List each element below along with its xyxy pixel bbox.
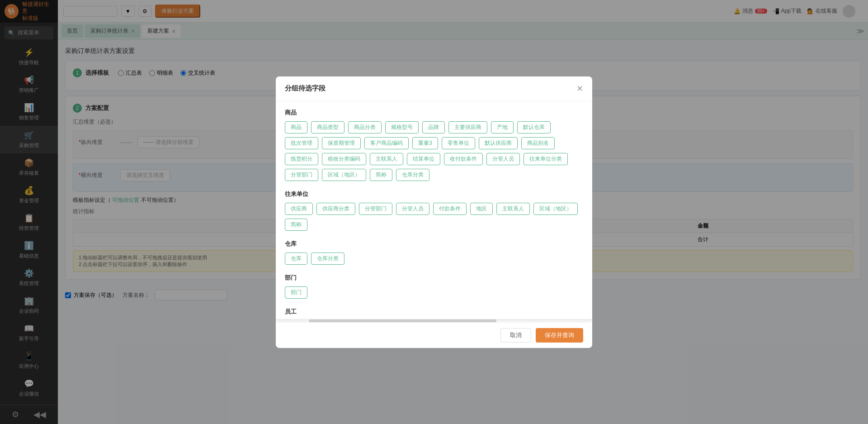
field-section-goods: 商品 商品商品类型商品分类规格型号品牌主要供应商产地默认仓库批次管理保质期管理客… bbox=[285, 109, 583, 181]
field-chip[interactable]: 往来单位分类 bbox=[524, 153, 568, 165]
field-chip[interactable]: 分管人员 bbox=[486, 153, 520, 165]
cancel-button[interactable]: 取消 bbox=[500, 328, 531, 343]
field-grid-department: 部门 bbox=[285, 286, 583, 299]
field-section-partner: 往来单位 供应商供应商分类分管部门分管人员付款条件地区主联系人区域（地区）简称 bbox=[285, 190, 583, 231]
field-section-department: 部门 部门 bbox=[285, 274, 583, 299]
field-chip[interactable]: 商品别名 bbox=[521, 137, 555, 149]
field-section-staff-title: 员工 bbox=[285, 308, 583, 316]
field-chip[interactable]: 分管人员 bbox=[396, 203, 429, 215]
field-chip[interactable]: 分管部门 bbox=[359, 203, 392, 215]
field-chip[interactable]: 地区 bbox=[470, 203, 493, 215]
field-chip[interactable]: 产地 bbox=[491, 121, 514, 133]
field-chip[interactable]: 税收分类编码 bbox=[322, 153, 366, 165]
field-chip[interactable]: 主联系人 bbox=[370, 153, 403, 165]
modal-close-button[interactable]: ✕ bbox=[576, 84, 583, 94]
field-chip[interactable]: 部门 bbox=[285, 286, 307, 299]
field-chip[interactable]: 批次管理 bbox=[285, 137, 318, 149]
field-chip[interactable]: 区域（地区） bbox=[533, 203, 578, 215]
field-chip[interactable]: 仓库分类 bbox=[396, 169, 429, 181]
field-section-goods-title: 商品 bbox=[285, 109, 583, 117]
field-chip[interactable]: 主联系人 bbox=[496, 203, 530, 215]
field-chip[interactable]: 供应商 bbox=[285, 203, 313, 215]
field-chip[interactable]: 商品分类 bbox=[348, 121, 382, 133]
field-chip[interactable]: 默认仓库 bbox=[517, 121, 551, 133]
field-section-warehouse: 仓库 仓库仓库分类 bbox=[285, 240, 583, 265]
field-chip[interactable]: 默认供应商 bbox=[479, 137, 518, 149]
field-chip[interactable]: 品牌 bbox=[422, 121, 445, 133]
field-grid-partner: 供应商供应商分类分管部门分管人员付款条件地区主联系人区域（地区）简称 bbox=[285, 203, 583, 231]
save-query-button[interactable]: 保存并查询 bbox=[536, 328, 583, 343]
field-chip[interactable]: 仓库分类 bbox=[311, 252, 344, 265]
modal-body[interactable]: 商品 商品商品类型商品分类规格型号品牌主要供应商产地默认仓库批次管理保质期管理客… bbox=[276, 101, 592, 319]
field-grid-goods: 商品商品类型商品分类规格型号品牌主要供应商产地默认仓库批次管理保质期管理客户商品… bbox=[285, 121, 583, 181]
field-chip[interactable]: 结算单位 bbox=[407, 153, 440, 165]
field-section-department-title: 部门 bbox=[285, 274, 583, 282]
modal-header: 分组待选字段 ✕ bbox=[276, 76, 592, 101]
field-chip[interactable]: 供应商分类 bbox=[316, 203, 355, 215]
field-chip[interactable]: 主要供应商 bbox=[448, 121, 487, 133]
field-chip[interactable]: 简称 bbox=[285, 219, 307, 231]
field-chip[interactable]: 重量3 bbox=[412, 137, 438, 149]
field-chip[interactable]: 零售单位 bbox=[442, 137, 475, 149]
field-chip[interactable]: 分管部门 bbox=[285, 169, 318, 181]
field-chip[interactable]: 仓库 bbox=[285, 252, 307, 265]
field-grid-warehouse: 仓库仓库分类 bbox=[285, 252, 583, 265]
modal-footer: 取消 保存并查询 bbox=[276, 322, 592, 348]
field-chip[interactable]: 客户商品编码 bbox=[364, 137, 409, 149]
field-chip[interactable]: 保质期管理 bbox=[322, 137, 361, 149]
field-chip[interactable]: 商品 bbox=[285, 121, 307, 133]
field-chip[interactable]: 付款条件 bbox=[433, 203, 467, 215]
field-chip[interactable]: 商品类型 bbox=[311, 121, 344, 133]
field-section-staff: 员工 业务员 bbox=[285, 308, 583, 319]
field-section-warehouse-title: 仓库 bbox=[285, 240, 583, 248]
field-chip[interactable]: 区域（地区） bbox=[322, 169, 366, 181]
field-chip[interactable]: 规格型号 bbox=[385, 121, 419, 133]
field-chip[interactable]: 收付款条件 bbox=[444, 153, 483, 165]
field-chip[interactable]: 简称 bbox=[370, 169, 392, 181]
modal-horizontal-scrollbar[interactable] bbox=[276, 319, 592, 322]
field-chip[interactable]: 拣货积分 bbox=[285, 153, 318, 165]
modal-title: 分组待选字段 bbox=[285, 84, 326, 93]
field-section-partner-title: 往来单位 bbox=[285, 190, 583, 198]
modal-overlay: 分组待选字段 ✕ 商品 商品商品类型商品分类规格型号品牌主要供应商产地默认仓库批… bbox=[0, 0, 868, 424]
field-select-modal: 分组待选字段 ✕ 商品 商品商品类型商品分类规格型号品牌主要供应商产地默认仓库批… bbox=[276, 76, 592, 348]
